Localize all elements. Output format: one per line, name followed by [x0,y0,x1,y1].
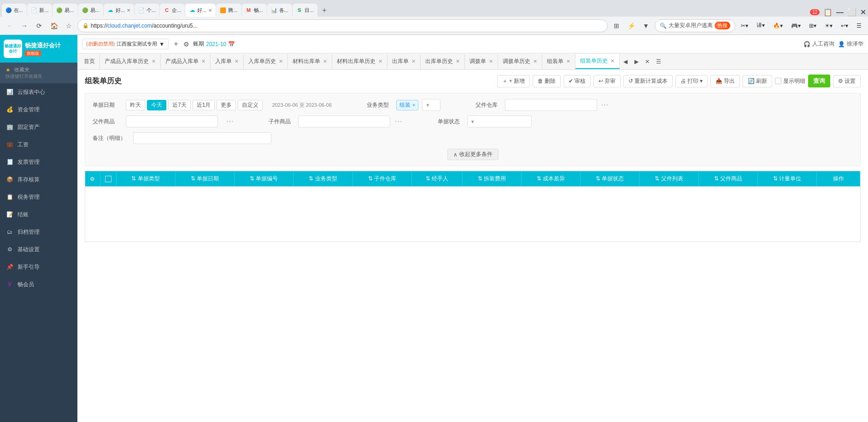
browser-tab-6[interactable]: 📄 个... [135,4,159,17]
browser-tab-3[interactable]: 🟢 易... [53,4,77,17]
col-settings[interactable]: ⚙ [85,171,100,186]
tab-mat-out-hist-close[interactable]: ✕ [378,58,382,64]
tab-menu-icon[interactable]: 📋 [823,8,833,17]
sidebar-item-invoice[interactable]: 🧾 发票管理 [0,153,77,171]
translate-tool[interactable]: 译▾ [754,19,768,32]
query-button[interactable]: 查询 [808,75,830,87]
back-button[interactable]: ← [4,20,16,32]
tab-out-order[interactable]: 出库单 ✕ [387,54,421,69]
sidebar-item-fixed-assets[interactable]: 🏢 固定资产 [0,118,77,136]
forward-button[interactable]: → [18,20,30,32]
sidebar-item-salary[interactable]: 💼 工资 [0,136,77,153]
col-order-status[interactable]: ⇅ 单据状态 [581,171,639,186]
maximize-btn[interactable]: ⬜ [847,8,856,17]
refresh-button[interactable]: 🔄 刷新 [743,75,772,87]
tab-out-hist[interactable]: 出库单历史 ✕ [421,54,465,69]
add-company-btn[interactable]: ＋ [172,39,180,49]
col-order-type[interactable]: ⇅ 单据类型 [116,171,175,186]
col-order-no[interactable]: ⇅ 单据编号 [235,171,293,186]
grid-tool[interactable]: ⊞▾ [806,19,819,32]
sidebar-item-settlement[interactable]: 📝 结账 [0,206,77,223]
parent-goods-more-icon[interactable]: ··· [226,117,234,126]
sidebar-item-fund[interactable]: 💰 资金管理 [0,101,77,118]
company-selector[interactable]: (勿删勿禁用) 江西服宝测试专用 ▼ [82,39,169,49]
col-disassembly-fee[interactable]: ⇅ 拆装费用 [462,171,521,186]
browser-tab-5[interactable]: ☁ 好... ✕ [104,4,134,17]
emoji-tool[interactable]: 🔥▾ [770,19,786,32]
tab-allot-hist-close[interactable]: ✕ [533,58,537,64]
browser-tab-5-close[interactable]: ✕ [127,8,130,13]
settings-button[interactable]: ⚙ 设置 [833,75,861,87]
tab-mat-out[interactable]: 材料出库单 ✕ [288,54,332,69]
date-opt-month[interactable]: 近1月 [193,100,215,110]
date-opt-custom[interactable]: 自定义 [238,100,263,110]
cut-tool[interactable]: ✂▾ [738,19,751,32]
parent-goods-input[interactable] [126,116,218,127]
notes-input[interactable] [133,132,271,144]
print-button[interactable]: 🖨 打印 ▾ [675,75,708,87]
date-opt-today[interactable]: 今天 [147,100,166,110]
col-cost-diff[interactable]: ⇅ 成本差异 [521,171,580,186]
recalc-button[interactable]: ↺ 重新计算成本 [623,75,673,87]
tabs-left-btn[interactable]: ◀ [620,54,631,69]
date-opt-yesterday[interactable]: 昨天 [126,100,145,110]
tab-in-hist-close[interactable]: ✕ [279,58,283,64]
close-btn[interactable]: ✕ [860,8,866,17]
consult-btn[interactable]: 🎧 人工咨询 [803,40,834,48]
browser-tab-8-close[interactable]: ✕ [208,8,212,13]
sidebar-item-archive[interactable]: 🗂 归档管理 [0,223,77,241]
browser-search-bar[interactable]: 🔍 大量安卓用户逃离 热搜 [655,19,735,32]
display-detail-toggle[interactable]: 显示明细 [775,77,805,85]
browser-tab-11[interactable]: 📊 各... [267,4,292,17]
tab-home[interactable]: 首页 [79,54,100,69]
sidebar-item-cloud-report[interactable]: 📊 云报表中心 [0,83,77,101]
display-detail-checkbox[interactable] [775,78,781,84]
col-parent-goods[interactable]: ⇅ 父件商品 [698,171,757,186]
tab-prod-in-close[interactable]: ✕ [201,58,205,64]
col-child-warehouse[interactable]: ⇅ 子件仓库 [352,171,411,186]
home-button[interactable]: 🏠 [48,20,60,32]
tab-assembly-hist-close[interactable]: ✕ [610,58,615,64]
tab-allot-hist[interactable]: 调拨单历史 ✕ [498,54,542,69]
grid-button[interactable]: ⊞ [610,20,622,32]
audit-button[interactable]: ✔ 审核 [563,75,591,87]
browser-tab-8[interactable]: ☁ 好... ✕ [185,4,216,17]
minimize-btn[interactable]: — [836,8,844,17]
sidebar-item-tax[interactable]: 📋 税务管理 [0,188,77,206]
collapse-button[interactable]: ∧ 收起更多条件 [447,149,499,160]
tab-mat-out-hist[interactable]: 材料出库单历史 ✕ [332,54,387,69]
dropdown-button[interactable]: ▼ [640,20,652,32]
tab-assembly-hist[interactable]: 组装单历史 ✕ [575,54,620,69]
col-biz-type[interactable]: ⇅ 业务类型 [293,171,352,186]
tab-assembly-close[interactable]: ✕ [566,58,570,64]
export-button[interactable]: 📤 导出 [710,75,740,87]
tabs-menu-btn[interactable]: ☰ [653,54,664,69]
tab-allot-close[interactable]: ✕ [489,58,493,64]
browser-tab-12[interactable]: S 目... [293,4,317,17]
sidebar-item-inventory[interactable]: 📦 库存核算 [0,171,77,188]
browser-tab-1[interactable]: 🔵 在... [2,4,27,17]
tab-mat-out-close[interactable]: ✕ [323,58,327,64]
tabs-right-btn[interactable]: ▶ [631,54,642,69]
order-status-select[interactable]: ▼ [467,116,532,127]
tab-in-order[interactable]: 入库单 ✕ [211,54,244,69]
abandon-button[interactable]: ↩ 弃审 [593,75,621,87]
tab-out-order-close[interactable]: ✕ [411,58,416,64]
tab-in-order-close[interactable]: ✕ [235,58,239,64]
add-button[interactable]: ＋ + 新增 [497,75,530,87]
tab-out-hist-close[interactable]: ✕ [456,58,460,64]
parent-warehouse-more-icon[interactable]: ··· [601,101,608,109]
child-goods-more-icon[interactable]: ··· [395,117,402,126]
reload-button[interactable]: ⟳ [33,20,45,32]
address-bar[interactable]: 🔒 https://cloud.chanjet.com/accounting/u… [77,19,608,32]
browser-tab-4[interactable]: 🟢 易... [78,4,103,17]
delete-button[interactable]: 🗑 删除 [533,75,561,87]
sidebar-item-settings[interactable]: ⚙ 基础设置 [0,241,77,258]
browser-tab-9[interactable]: 🟧 腾... [216,4,241,17]
col-parent-list[interactable]: ⇅ 父件列表 [639,171,698,186]
favorites-section[interactable]: ★ 收藏夹 快捷键打开收藏夹 [0,63,77,83]
period-calendar-icon[interactable]: 📅 [228,41,235,47]
date-opt-week[interactable]: 近7天 [168,100,191,110]
col-order-date[interactable]: ⇅ 单据日期 [175,171,234,186]
child-goods-input[interactable] [298,116,390,127]
